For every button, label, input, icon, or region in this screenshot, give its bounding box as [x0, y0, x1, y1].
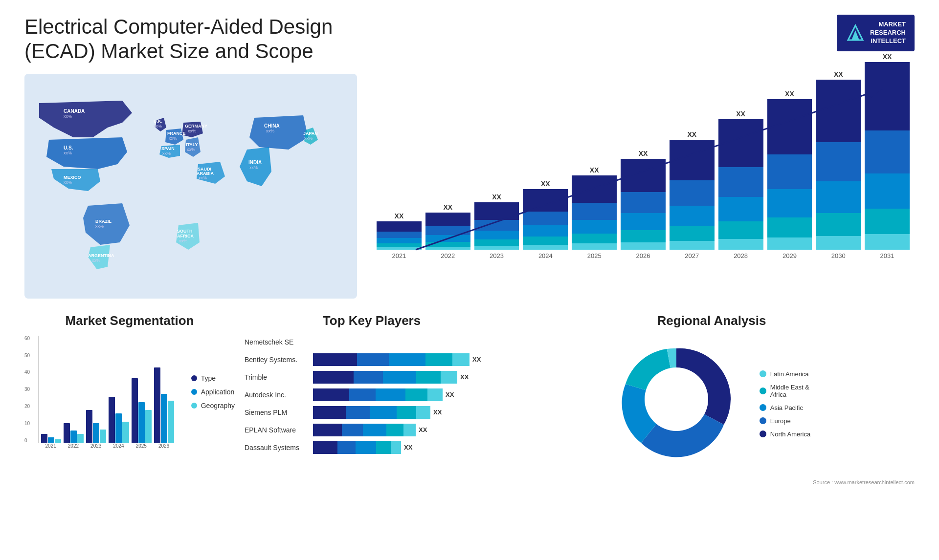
- svg-text:xx%: xx%: [304, 136, 313, 141]
- player-row-siemens: Siemens PLM XX: [245, 406, 499, 419]
- player-bar-eplan: [313, 424, 416, 436]
- seg-legend: Type Application Geography: [186, 336, 235, 449]
- bar-2024: XX 2024: [523, 180, 568, 259]
- svg-text:SPAIN: SPAIN: [161, 146, 175, 151]
- seg-group-2025: [132, 378, 152, 443]
- key-players-title: Top Key Players: [245, 313, 499, 328]
- svg-text:ITALY: ITALY: [186, 142, 198, 147]
- bar-label-2030: XX: [834, 70, 843, 78]
- svg-text:xx%: xx%: [179, 238, 187, 243]
- svg-text:CHINA: CHINA: [264, 123, 280, 129]
- legend-type: Type: [191, 374, 235, 382]
- seg-group-2023: [86, 410, 106, 443]
- year-2027: 2027: [685, 252, 699, 259]
- reg-legend-latin: Latin America: [760, 370, 810, 378]
- bar-2028: XX 2028: [718, 110, 763, 259]
- reg-legend-europe: Europe: [760, 417, 810, 425]
- regional-section: Regional Analysis: [509, 313, 915, 499]
- svg-text:xx%: xx%: [266, 129, 274, 133]
- reg-label-na: North America: [770, 431, 810, 438]
- seg-bars: [38, 336, 177, 443]
- seg-group-2026: [154, 367, 174, 443]
- legend-application: Application: [191, 388, 235, 396]
- bar-2027: XX 2027: [670, 130, 715, 259]
- reg-dot-europe: [760, 417, 766, 424]
- svg-text:xx%: xx%: [249, 165, 258, 170]
- bottom-section: Market Segmentation 60 50 40 30 20 10 0: [24, 313, 915, 499]
- regional-content: Latin America Middle East &Africa Asia P…: [509, 336, 915, 473]
- seg-group-2022: [64, 423, 84, 443]
- page-title: Electrical Computer-Aided Design (ECAD) …: [24, 15, 367, 64]
- bar-label-2023: XX: [492, 193, 501, 201]
- bar-2026: XX 2026: [621, 150, 666, 259]
- svg-text:CANADA: CANADA: [64, 108, 85, 114]
- segmentation-section: Market Segmentation 60 50 40 30 20 10 0: [24, 313, 235, 499]
- key-players-section: Top Key Players Nemetschek SE Bentley Sy…: [245, 313, 499, 499]
- svg-text:JAPAN: JAPAN: [303, 131, 318, 136]
- player-name-siemens: Siemens PLM: [245, 409, 308, 416]
- growth-chart: XX 2021 XX: [372, 74, 915, 299]
- svg-text:xx%: xx%: [187, 147, 195, 152]
- player-bar-autodesk: [313, 388, 443, 401]
- svg-text:xx%: xx%: [95, 224, 104, 229]
- seg-group-2021: [41, 434, 61, 443]
- svg-text:xx%: xx%: [169, 136, 177, 141]
- reg-dot-apac: [760, 404, 766, 411]
- bar-label-2031: XX: [883, 53, 892, 61]
- bar-label-2028: XX: [736, 110, 745, 118]
- bar-chart-rows: XX 2021 XX: [377, 84, 910, 259]
- svg-text:AFRICA: AFRICA: [177, 234, 194, 238]
- player-list: Nemetschek SE Bentley Systems.: [245, 336, 499, 454]
- svg-text:xx%: xx%: [154, 124, 162, 129]
- player-bar-dassault: [313, 441, 401, 454]
- legend-label-geography: Geography: [201, 402, 235, 409]
- player-row-trimble: Trimble XX: [245, 371, 499, 384]
- player-bar-nemetschek: [313, 336, 499, 348]
- bar-label-2024: XX: [541, 180, 550, 188]
- svg-text:xx%: xx%: [64, 114, 72, 119]
- player-name-bentley: Bentley Systems.: [245, 356, 308, 364]
- segmentation-title: Market Segmentation: [24, 313, 235, 328]
- svg-text:U.K.: U.K.: [154, 119, 162, 124]
- svg-text:xx%: xx%: [64, 151, 72, 155]
- reg-legend-apac: Asia Pacific: [760, 404, 810, 411]
- svg-text:ARGENTINA: ARGENTINA: [88, 253, 114, 258]
- bar-label-2022: XX: [443, 203, 452, 211]
- svg-text:SOUTH: SOUTH: [177, 229, 193, 234]
- bar-label-2027: XX: [687, 130, 696, 138]
- svg-text:xx%: xx%: [162, 151, 171, 156]
- legend-dot-type: [191, 375, 197, 381]
- bar-label-2026: XX: [639, 150, 648, 157]
- reg-legend-mea: Middle East &Africa: [760, 384, 810, 398]
- legend-geography: Geography: [191, 402, 235, 409]
- player-bar-bentley: [313, 353, 470, 366]
- bar-label-2029: XX: [785, 90, 794, 98]
- regional-legend: Latin America Middle East &Africa Asia P…: [760, 370, 810, 438]
- svg-text:INDIA: INDIA: [248, 160, 262, 165]
- source-text: Source : www.marketresearchintellect.com: [813, 479, 915, 485]
- svg-text:xx%: xx%: [92, 258, 100, 263]
- legend-label-type: Type: [201, 374, 216, 382]
- reg-dot-na: [760, 431, 766, 437]
- year-2030: 2030: [831, 252, 846, 259]
- year-2024: 2024: [538, 252, 553, 259]
- svg-text:FRANCE: FRANCE: [167, 131, 186, 136]
- reg-dot-mea: [760, 388, 766, 394]
- logo-box: MARKET RESEARCH INTELLECT: [837, 15, 915, 51]
- page-wrapper: Electrical Computer-Aided Design (ECAD) …: [0, 0, 939, 560]
- bar-2029: XX 2029: [767, 90, 812, 259]
- logo-icon: [846, 23, 865, 43]
- reg-label-mea: Middle East &Africa: [770, 384, 809, 398]
- bar-2021: XX 2021: [377, 212, 422, 259]
- year-2025: 2025: [587, 252, 602, 259]
- reg-dot-latin: [760, 370, 766, 377]
- player-name-dassault: Dassault Systems: [245, 444, 308, 452]
- player-bar-siemens: [313, 406, 430, 419]
- year-2021: 2021: [392, 252, 406, 259]
- player-row-autodesk: Autodesk Inc. XX: [245, 388, 499, 401]
- year-2031: 2031: [880, 252, 894, 259]
- bar-2022: XX 2022: [425, 203, 470, 259]
- year-2029: 2029: [782, 252, 797, 259]
- year-2026: 2026: [636, 252, 650, 259]
- bar-label-2025: XX: [590, 166, 599, 174]
